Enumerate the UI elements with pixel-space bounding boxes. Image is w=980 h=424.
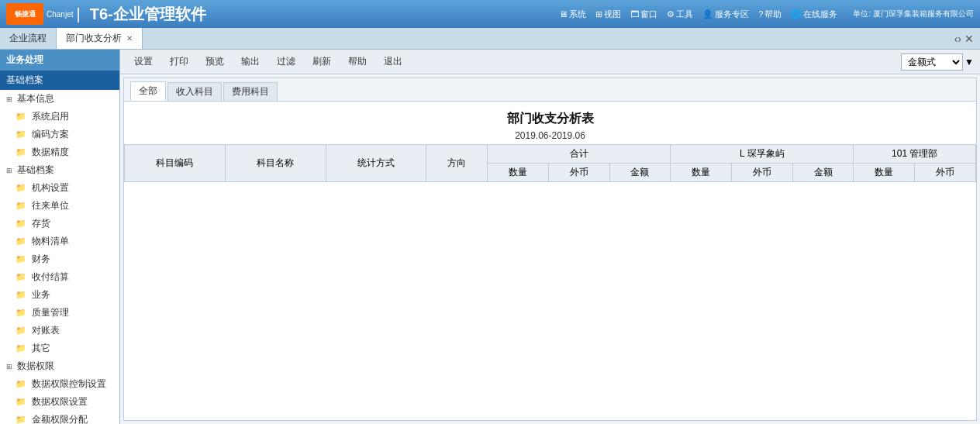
folder-icon-payment: 📁 — [16, 272, 26, 282]
sidebar-item-basic-files[interactable]: ⊞ 基础档案 — [0, 161, 119, 179]
nav-window-label: 窗口 — [640, 9, 657, 20]
format-select[interactable]: 金额式 数量式 — [901, 53, 963, 71]
report-tab-expense[interactable]: 费用科目 — [223, 82, 278, 101]
report-tab-income-label: 收入科目 — [176, 86, 213, 97]
tab-close-btn[interactable]: ✕ — [126, 34, 133, 43]
title-right-nav: 🖥 系统 ⊞ 视图 🗔 窗口 ⚙ 工具 👤 服务专区 ? 帮助 🌐 在线服务 单… — [559, 9, 974, 20]
nav-system-label: 系统 — [569, 9, 586, 20]
nav-tools[interactable]: ⚙ 工具 — [667, 9, 693, 20]
nav-help[interactable]: ? 帮助 — [758, 9, 782, 20]
expand-icon-data-rights: ⊞ — [6, 363, 12, 371]
sidebar-item-bom[interactable]: 📁 物料清单 — [0, 233, 119, 250]
sidebar-item-payment[interactable]: 📁 收付结算 — [0, 268, 119, 286]
sidebar-item-partners[interactable]: 📁 往来单位 — [0, 197, 119, 215]
content-area: 设置 打印 预览 输出 过滤 刷新 帮助 退出 金额式 数量式 ▼ 全部 — [120, 50, 980, 424]
sub-col-dept1-qty: 数量 — [671, 164, 732, 182]
nav-close-all[interactable]: ✕ — [964, 33, 974, 45]
col-header-direction: 方向 — [426, 145, 488, 182]
sidebar-item-reconcile[interactable]: 📁 对账表 — [0, 322, 119, 340]
sub-col-dept2-qty: 数量 — [854, 164, 915, 182]
nav-window[interactable]: 🗔 窗口 — [630, 9, 657, 20]
report-tab-all[interactable]: 全部 — [130, 81, 166, 101]
sidebar-item-code-scheme[interactable]: 📁 编码方案 — [0, 126, 119, 143]
tab-enterprise-flow[interactable]: 企业流程 — [0, 28, 57, 49]
report-title: 部门收支分析表 — [124, 111, 976, 127]
table-empty-row — [125, 182, 976, 306]
toolbar-btn-print[interactable]: 打印 — [162, 53, 196, 71]
sidebar-item-amount-rights[interactable]: 📁 金额权限分配 — [0, 411, 119, 424]
window-icon: 🗔 — [630, 9, 639, 19]
logo-area: 畅捷通 Chanjet — [6, 3, 73, 25]
folder-icon-data-precision: 📁 — [16, 147, 26, 157]
sidebar-label-basic-files: 基础档案 — [17, 164, 54, 177]
sidebar-item-business[interactable]: 📁 业务 — [0, 286, 119, 304]
sidebar-label-org: 机构设置 — [32, 181, 69, 195]
toolbar-btn-preview[interactable]: 预览 — [198, 53, 232, 71]
sub-col-total-amount: 金额 — [609, 164, 671, 182]
sidebar-item-data-precision[interactable]: 📁 数据精度 — [0, 143, 119, 161]
col-header-account-name: 科目名称 — [225, 145, 326, 182]
expand-icon-basic-files: ⊞ — [6, 167, 12, 174]
sidebar-item-data-rights-set[interactable]: 📁 数据权限设置 — [0, 393, 119, 411]
sidebar-item-data-rights-ctrl[interactable]: 📁 数据权限控制设置 — [0, 375, 119, 393]
tab-dept-analysis[interactable]: 部门收支分析 ✕ — [57, 28, 143, 49]
sidebar-label-data-rights-set: 数据权限设置 — [32, 395, 88, 408]
nav-service[interactable]: 👤 服务专区 — [702, 9, 749, 20]
nav-right-arrow[interactable]: › — [958, 33, 961, 45]
sidebar-label-reconcile: 对账表 — [32, 324, 60, 337]
folder-icon-bom: 📁 — [16, 236, 26, 246]
person-icon: 👤 — [702, 9, 713, 19]
toolbar-btn-exit[interactable]: 退出 — [376, 53, 410, 71]
logo-subtext: Chanjet — [47, 10, 73, 19]
folder-icon-business: 📁 — [16, 290, 26, 300]
col-header-total: 合计 — [488, 145, 671, 164]
sub-col-dept1-foreign: 外币 — [731, 164, 792, 182]
sidebar-item-data-rights[interactable]: ⊞ 数据权限 — [0, 357, 119, 375]
sidebar-item-sys-enable[interactable]: 📁 系统启用 — [0, 108, 119, 126]
folder-icon-finance: 📁 — [16, 254, 26, 264]
sidebar-item-other[interactable]: 📁 其它 — [0, 340, 119, 357]
sidebar-item-quality[interactable]: 📁 质量管理 — [0, 304, 119, 322]
app-title: T6-企业管理软件 — [90, 4, 206, 25]
folder-icon-reconcile: 📁 — [16, 326, 26, 336]
sidebar-item-org[interactable]: 📁 机构设置 — [0, 179, 119, 197]
nav-service-label: 服务专区 — [715, 9, 749, 20]
report-tabs: 全部 收入科目 费用科目 — [124, 78, 976, 102]
sidebar-label-sys-enable: 系统启用 — [32, 110, 69, 123]
nav-help-label: 帮助 — [764, 9, 782, 20]
report-tab-expense-label: 费用科目 — [232, 86, 269, 97]
nav-system[interactable]: 🖥 系统 — [559, 9, 586, 20]
report-area: 全部 收入科目 费用科目 部门收支分析表 2019.06-2019.06 科目编… — [123, 78, 977, 421]
toolbar-btn-filter[interactable]: 过滤 — [269, 53, 303, 71]
dropdown-icon: ▼ — [964, 57, 974, 67]
tools-icon: ⚙ — [667, 9, 675, 19]
expand-icon-basic-info: ⊞ — [6, 95, 12, 103]
nav-view[interactable]: ⊞ 视图 — [595, 9, 621, 20]
sidebar-item-inventory[interactable]: 📁 存货 — [0, 215, 119, 233]
sidebar-item-finance[interactable]: 📁 财务 — [0, 250, 119, 268]
sidebar-item-basic-info[interactable]: ⊞ 基本信息 — [0, 90, 119, 108]
sidebar-label-other: 其它 — [32, 342, 50, 355]
data-table: 科目编码 科目名称 统计方式 方向 合计 L 琛孚象屿 101 管理部 数量 外… — [124, 144, 976, 306]
tab-bar: 企业流程 部门收支分析 ✕ ‹ › ✕ — [0, 28, 980, 50]
sidebar-label-data-precision: 数据精度 — [32, 146, 69, 159]
sidebar-label-data-rights: 数据权限 — [17, 360, 54, 373]
format-select-wrap: 金额式 数量式 ▼ — [901, 53, 974, 71]
toolbar-btn-output[interactable]: 输出 — [233, 53, 267, 71]
sidebar-label-bom: 物料清单 — [32, 235, 69, 248]
toolbar-btn-help[interactable]: 帮助 — [340, 53, 374, 71]
sidebar-label-inventory: 存货 — [32, 217, 50, 230]
nav-online[interactable]: 🌐 在线服务 — [791, 9, 837, 20]
folder-icon-quality: 📁 — [16, 308, 26, 318]
col-header-dept2: 101 管理部 — [854, 145, 976, 164]
toolbar-btn-refresh[interactable]: 刷新 — [305, 53, 339, 71]
folder-icon-partners: 📁 — [16, 201, 26, 211]
toolbar-btn-settings[interactable]: 设置 — [126, 53, 160, 71]
sidebar-label-basic-info: 基本信息 — [17, 92, 54, 105]
logo-text-cn: 畅捷通 — [15, 9, 36, 19]
folder-icon-code-scheme: 📁 — [16, 129, 26, 140]
sub-col-dept1-amount: 金额 — [792, 164, 854, 182]
sidebar-label-finance: 财务 — [32, 253, 50, 266]
folder-icon-amount-rights: 📁 — [16, 415, 26, 424]
report-tab-income[interactable]: 收入科目 — [167, 82, 222, 101]
